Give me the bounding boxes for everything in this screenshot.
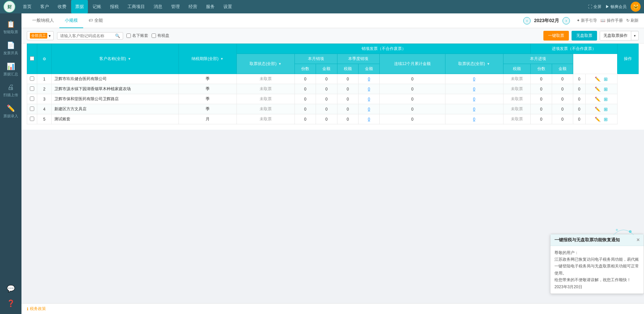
- sidebar-item-ticket-summary[interactable]: 📊 票据汇总: [0, 59, 21, 80]
- row-sales-month-count: 0: [294, 74, 316, 84]
- row-index: 4: [37, 104, 52, 114]
- th-sales-12month: 连续12个月累计金额: [380, 54, 445, 74]
- nav-tax[interactable]: 报税: [106, 0, 123, 13]
- nav-business[interactable]: 工商项目: [123, 0, 149, 13]
- fullscreen-btn[interactable]: ⛶ 全屏: [588, 4, 601, 10]
- sidebar-item-scan-upload[interactable]: 🖨 扫描上传: [0, 80, 21, 101]
- tab-small-scale[interactable]: 小规模: [59, 13, 83, 28]
- nav-service[interactable]: 服务: [202, 0, 219, 13]
- edit-icon[interactable]: ✏️: [595, 76, 600, 82]
- purchase-status-filter-icon[interactable]: ▼: [487, 62, 490, 66]
- nav-accounting[interactable]: 记账: [89, 0, 105, 13]
- tax-policy-link[interactable]: 税务政策: [30, 306, 46, 312]
- avatar-icon: 🐱: [633, 4, 639, 9]
- sidebar-item-invoice-open[interactable]: 📄 发票开具: [0, 38, 21, 59]
- th-sales-quarter-amount: 税额: [337, 64, 358, 74]
- more-icon[interactable]: ⊞: [604, 97, 608, 102]
- th-sales-month: 本月销项: [294, 54, 337, 64]
- sidebar-bottom: 💬 ❓: [0, 281, 21, 314]
- edit-icon[interactable]: ✏️: [595, 117, 600, 122]
- edit-icon[interactable]: ✏️: [595, 107, 600, 112]
- more-icon[interactable]: ⊞: [604, 76, 608, 82]
- top-nav: 财 首页 客户 收费 票据 记账 报税 工商项目 消息 管理 经营 服务 设置 …: [0, 0, 644, 13]
- select-all-checkbox[interactable]: [30, 56, 34, 61]
- row-checkbox[interactable]: [30, 97, 34, 101]
- avatar[interactable]: 🐱: [631, 2, 641, 12]
- nav-operation[interactable]: 经营: [184, 0, 201, 13]
- period-nav: ‹ 2023年02月 ›: [523, 17, 570, 24]
- sidebar-item-ticket-entry[interactable]: ✏️ 票据录入: [0, 101, 21, 122]
- period-next-btn[interactable]: ›: [562, 17, 570, 24]
- no-disk-ticket-btn[interactable]: 无盘取票: [572, 31, 597, 41]
- nav-customer[interactable]: 客户: [36, 0, 53, 13]
- nav-ticket[interactable]: 票据: [71, 0, 88, 13]
- nav-fee[interactable]: 收费: [54, 0, 70, 13]
- row-customer[interactable]: 测试账套: [52, 114, 179, 124]
- row-checkbox[interactable]: [30, 86, 34, 91]
- edit-icon[interactable]: ✏️: [595, 86, 600, 92]
- table-row: 4 新建区方方文具店 季 未取票 0 0 0 0 0 0 未取票 0 0 0 ✏…: [27, 104, 639, 114]
- th-sales-quarter-tax: 金额: [358, 64, 379, 74]
- tax-period-filter-icon[interactable]: ▼: [220, 57, 223, 61]
- row-sales-12month: 0: [445, 104, 503, 114]
- sales-status-filter-icon[interactable]: ▼: [278, 62, 281, 66]
- tab-all-capable[interactable]: 🏷 全能: [83, 13, 108, 28]
- table-row: 2 卫辉市汲水镇下园湖香烟草木种植家庭农场 季 未取票 0 0 0 0 0 0 …: [27, 84, 639, 94]
- checkbox-myaccount[interactable]: 名下账套: [126, 33, 148, 39]
- sidebar-item-help[interactable]: ❓: [0, 296, 21, 311]
- one-click-ticket-btn[interactable]: 一键取票: [543, 31, 569, 41]
- taxdisk-checkbox[interactable]: [152, 34, 156, 38]
- row-sales-month-amount: 0: [316, 94, 337, 104]
- nav-manage[interactable]: 管理: [167, 0, 184, 13]
- row-purchase-status: 未取票: [503, 114, 531, 124]
- row-customer[interactable]: 卫辉市保和堂医药有限公司卫辉路店: [52, 94, 179, 104]
- member-btn[interactable]: ▶ 畅爽会员: [605, 4, 627, 10]
- row-sales-quarter-amount: 0: [358, 94, 379, 104]
- nav-message[interactable]: 消息: [150, 0, 166, 13]
- row-sales-month-count: 0: [294, 84, 316, 94]
- tag-icon: 🏷: [89, 18, 93, 23]
- row-purchase-status: 未取票: [503, 104, 531, 114]
- bottom-bar: ℹ 税务政策: [21, 303, 644, 314]
- period-prev-btn[interactable]: ‹: [523, 17, 531, 24]
- row-checkbox[interactable]: [30, 76, 34, 81]
- logo[interactable]: 财: [3, 1, 15, 13]
- period-text: 2023年02月: [534, 18, 559, 24]
- row-actions: ✏️ ⊞: [585, 94, 617, 104]
- nav-home[interactable]: 首页: [19, 0, 36, 13]
- notification-close-btn[interactable]: ×: [637, 237, 640, 243]
- search-box: 🔍: [57, 32, 123, 40]
- search-icon[interactable]: 🔍: [115, 34, 120, 38]
- sidebar-item-smart-ticket[interactable]: 📋 智能取票: [0, 17, 21, 38]
- sidebar-item-feedback[interactable]: 💬: [0, 281, 21, 296]
- refresh-btn[interactable]: ↻ 刷新: [626, 18, 639, 23]
- nav-settings[interactable]: 设置: [219, 0, 236, 13]
- more-icon[interactable]: ⊞: [604, 117, 608, 122]
- row-sales-12month: 0: [445, 114, 503, 124]
- row-customer[interactable]: 卫辉市玖玖健合医药有限公司: [52, 74, 179, 84]
- toolbar: 全部员工 ▾ 🔍 名下账套 有税盘 一键取票 无盘取票 无盘取票操作 ▾: [21, 28, 644, 44]
- row-checkbox-cell: [27, 84, 37, 94]
- no-disk-ops-dropdown-icon[interactable]: ▾: [631, 32, 638, 39]
- row-customer[interactable]: 卫辉市汲水镇下园湖香烟草木种植家庭农场: [52, 84, 179, 94]
- row-customer[interactable]: 新建区方方文具店: [52, 104, 179, 114]
- new-guide-btn[interactable]: ✦ 新手引导: [577, 18, 597, 23]
- more-icon[interactable]: ⊞: [604, 107, 608, 112]
- customer-filter-icon[interactable]: ▼: [128, 57, 131, 61]
- notification-body: 尊敬的用户： 江苏政务网已恢复访问电子税务局功能，易代账一键登陆电子税务局与无盘…: [550, 246, 644, 294]
- employee-select[interactable]: 全部员工 ▾: [27, 31, 54, 40]
- more-icon[interactable]: ⊞: [604, 86, 608, 92]
- row-sales-quarter-amount: 0: [358, 74, 379, 84]
- row-checkbox[interactable]: [30, 107, 34, 111]
- no-disk-ops-label[interactable]: 无盘取票操作: [600, 31, 631, 40]
- checkbox-taxdisk[interactable]: 有税盘: [152, 33, 169, 39]
- edit-icon[interactable]: ✏️: [595, 97, 600, 102]
- search-input[interactable]: [60, 34, 114, 38]
- row-sales-month-amount: 0: [316, 114, 337, 124]
- tab-general-taxpayer[interactable]: 一般纳税人: [27, 13, 59, 28]
- manual-btn[interactable]: 📖 操作手册: [600, 18, 623, 23]
- myaccount-checkbox[interactable]: [126, 34, 131, 38]
- row-checkbox[interactable]: [30, 117, 34, 121]
- table-body: 1 卫辉市玖玖健合医药有限公司 季 未取票 0 0 0 0 0 0 未取票 0 …: [27, 74, 639, 124]
- invoice-open-icon: 📄: [7, 41, 15, 49]
